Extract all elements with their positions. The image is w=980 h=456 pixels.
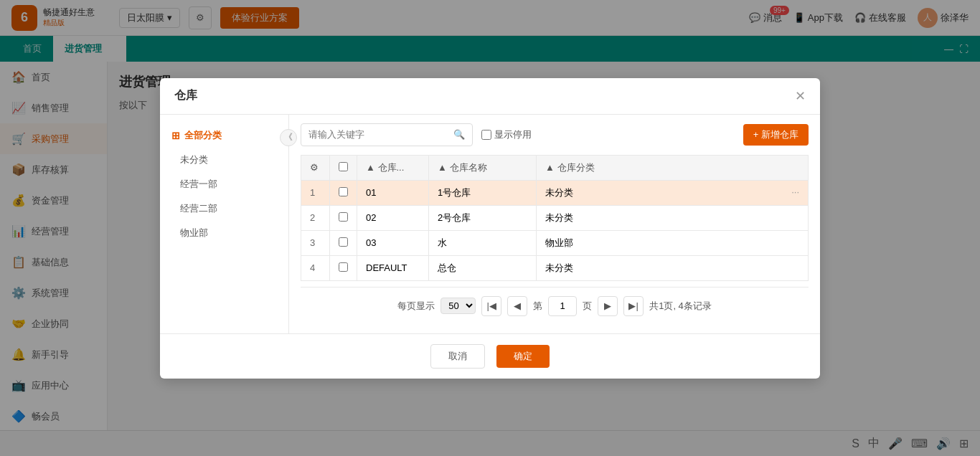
table-row[interactable]: 2 02 2号仓库 未分类 bbox=[301, 205, 809, 230]
page-suffix: 页 bbox=[583, 300, 592, 313]
first-page-button[interactable]: |◀ bbox=[481, 296, 501, 316]
per-page-label: 每页显示 bbox=[397, 300, 435, 313]
dialog-body: 《 ⊞ 全部分类 未分类 经营一部 经营二部 物业部 🔍 bbox=[160, 115, 820, 333]
show-disabled-checkbox[interactable] bbox=[481, 130, 491, 140]
row-cat-4: 未分类 bbox=[537, 255, 809, 280]
show-disabled-label: 显示停用 bbox=[494, 128, 532, 141]
col-header-name[interactable]: ▲ 仓库名称 bbox=[429, 155, 537, 180]
page-label: 第 bbox=[533, 300, 542, 313]
all-category-label: 全部分类 bbox=[184, 129, 222, 142]
row-check-3[interactable] bbox=[330, 230, 357, 255]
table-wrap: ⚙ ▲ 仓库... ▲ 仓库名称 bbox=[301, 155, 809, 281]
col-header-check bbox=[330, 155, 357, 180]
row-checkbox-4[interactable] bbox=[339, 262, 348, 272]
sort-icon: ▲ bbox=[366, 162, 375, 173]
row-num-4: 4 bbox=[301, 255, 330, 280]
row-name-3: 水 bbox=[429, 230, 537, 255]
table-panel: 🔍 显示停用 + 新增仓库 ⚙ bbox=[289, 115, 820, 333]
last-page-button[interactable]: ▶| bbox=[623, 296, 644, 316]
row-code-2: 02 bbox=[357, 205, 429, 230]
collapse-button[interactable]: 《 bbox=[280, 129, 297, 146]
search-input-wrap: 🔍 bbox=[301, 123, 473, 146]
dialog-footer: 取消 确定 bbox=[160, 333, 820, 379]
warehouse-table: ⚙ ▲ 仓库... ▲ 仓库名称 bbox=[301, 155, 809, 281]
col-header-code[interactable]: ▲ 仓库... bbox=[357, 155, 429, 180]
row-cat-2: 未分类 bbox=[537, 205, 809, 230]
row-num-3: 3 bbox=[301, 230, 330, 255]
category-item-ops2[interactable]: 经营二部 bbox=[160, 196, 288, 221]
dialog-header: 仓库 ✕ bbox=[160, 78, 820, 115]
col-code-label: 仓库... bbox=[378, 162, 405, 173]
confirm-button[interactable]: 确定 bbox=[496, 345, 550, 368]
row-num-1: 1 bbox=[301, 180, 330, 205]
row-name-2: 2号仓库 bbox=[429, 205, 537, 230]
dialog-overlay: 仓库 ✕ 《 ⊞ 全部分类 未分类 经营一部 经营二部 物业部 bbox=[0, 0, 980, 456]
sort-icon-cat: ▲ bbox=[545, 162, 555, 173]
col-cat-label: 仓库分类 bbox=[557, 162, 595, 173]
row-code-4: DEFAULT bbox=[357, 255, 429, 280]
row-num-2: 2 bbox=[301, 205, 330, 230]
dialog-close-button[interactable]: ✕ bbox=[795, 88, 806, 104]
row-check-2[interactable] bbox=[330, 205, 357, 230]
pagination: 每页显示 50 |◀ ◀ 第 页 ▶ ▶| 共1页, 4条记录 bbox=[301, 287, 809, 325]
category-item-unclassified[interactable]: 未分类 bbox=[160, 148, 288, 172]
sort-icon-name: ▲ bbox=[438, 162, 447, 173]
col-name-label: 仓库名称 bbox=[450, 162, 487, 173]
grid-icon: ⊞ bbox=[171, 130, 180, 141]
row-checkbox-3[interactable] bbox=[339, 237, 348, 247]
row-name-4: 总仓 bbox=[429, 255, 537, 280]
category-panel: 《 ⊞ 全部分类 未分类 经营一部 经营二部 物业部 bbox=[160, 115, 289, 333]
row-name-1: 1号仓库 bbox=[429, 180, 537, 205]
search-input[interactable] bbox=[308, 129, 453, 140]
col-header-category[interactable]: ▲ 仓库分类 bbox=[537, 155, 809, 180]
search-bar: 🔍 显示停用 + 新增仓库 bbox=[301, 123, 809, 146]
row-cat-1: 未分类 ··· bbox=[537, 180, 809, 205]
table-row[interactable]: 3 03 水 物业部 bbox=[301, 230, 809, 255]
col-header-settings: ⚙ bbox=[301, 155, 330, 180]
table-body: 1 01 1号仓库 未分类 ··· 2 bbox=[301, 180, 809, 280]
page-number-input[interactable] bbox=[548, 296, 577, 316]
prev-page-button[interactable]: ◀ bbox=[507, 296, 527, 316]
per-page-select[interactable]: 50 bbox=[440, 298, 476, 314]
dialog-title: 仓库 bbox=[174, 88, 197, 103]
row-code-3: 03 bbox=[357, 230, 429, 255]
select-all-checkbox[interactable] bbox=[339, 162, 348, 171]
row-check-1[interactable] bbox=[330, 180, 357, 205]
warehouse-dialog: 仓库 ✕ 《 ⊞ 全部分类 未分类 经营一部 经营二部 物业部 bbox=[160, 78, 820, 379]
table-row[interactable]: 1 01 1号仓库 未分类 ··· bbox=[301, 180, 809, 205]
row-more-1[interactable]: ··· bbox=[791, 186, 799, 197]
table-row[interactable]: 4 DEFAULT 总仓 未分类 bbox=[301, 255, 809, 280]
row-checkbox-2[interactable] bbox=[339, 212, 348, 222]
row-cat-3: 物业部 bbox=[537, 230, 809, 255]
page-summary: 共1页, 4条记录 bbox=[649, 300, 712, 313]
row-cat-text-1: 未分类 bbox=[545, 187, 573, 198]
cancel-button[interactable]: 取消 bbox=[430, 344, 485, 369]
search-icon[interactable]: 🔍 bbox=[453, 129, 465, 140]
all-category[interactable]: ⊞ 全部分类 bbox=[160, 123, 288, 148]
add-warehouse-button[interactable]: + 新增仓库 bbox=[743, 124, 809, 146]
table-header: ⚙ ▲ 仓库... ▲ 仓库名称 bbox=[301, 155, 809, 180]
category-item-ops1[interactable]: 经营一部 bbox=[160, 172, 288, 196]
row-checkbox-1[interactable] bbox=[339, 187, 348, 196]
next-page-button[interactable]: ▶ bbox=[598, 296, 618, 316]
row-code-1: 01 bbox=[357, 180, 429, 205]
row-check-4[interactable] bbox=[330, 255, 357, 280]
show-disabled-toggle[interactable]: 显示停用 bbox=[481, 128, 532, 141]
category-item-property[interactable]: 物业部 bbox=[160, 221, 288, 245]
